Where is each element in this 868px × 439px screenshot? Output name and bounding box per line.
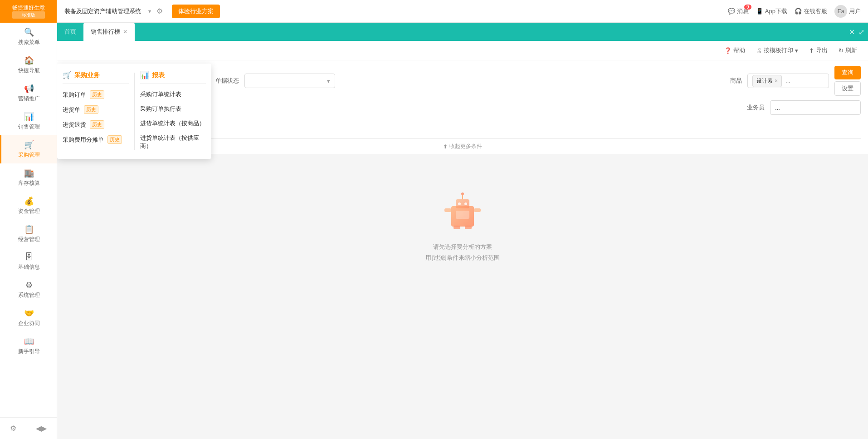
dropdown-item-goods-return[interactable]: 进货退货 历史	[63, 117, 129, 132]
history-badge-goods-return: 历史	[90, 120, 104, 129]
dropdown-item-purchase-expense[interactable]: 采购费用分摊单 历史	[63, 132, 129, 147]
print-dropdown-icon[interactable]: ▾	[795, 47, 798, 54]
dropdown-col-report: 📊 报表 采购订单统计表 采购订单执行表 进货单统计表（按商品）	[135, 69, 212, 153]
sidebar-icon-11: 📖	[24, 336, 34, 346]
sidebar-item-5[interactable]: 🏬库存核算	[0, 163, 57, 192]
sidebar-label-11: 新手引导	[18, 348, 40, 355]
svg-point-5	[461, 192, 464, 195]
sidebar-label-7: 经营管理	[18, 236, 40, 243]
tab-home[interactable]: 首页	[57, 23, 83, 41]
query-btn[interactable]: 查询	[834, 66, 861, 79]
settings-btn[interactable]: 设置	[834, 81, 861, 96]
sidebar-item-6[interactable]: 💰资金管理	[0, 192, 57, 220]
doc-status-label: 单据状态	[215, 77, 239, 85]
sidebar-label-1: 快捷导航	[18, 67, 40, 74]
sidebar-label-6: 资金管理	[18, 207, 40, 215]
collapse-sidebar-icon[interactable]: ◀▶	[34, 422, 49, 434]
settings-icon[interactable]: ⚙	[8, 422, 18, 434]
sidebar-item-10[interactable]: 🤝企业协同	[0, 304, 57, 332]
salesperson-more-icon[interactable]: ...	[775, 104, 780, 111]
notification-btn[interactable]: 💬 9 消息	[728, 7, 749, 15]
refresh-icon: ↻	[839, 47, 844, 54]
empty-tip-1: 请先选择要分析的方案	[433, 243, 492, 251]
tab-resize-icon[interactable]: ⤢	[858, 28, 864, 36]
tab-sales-ranking[interactable]: 销售排行榜 ✕	[83, 23, 135, 41]
help-icon: ❓	[724, 47, 731, 54]
help-btn[interactable]: ❓ 帮助	[721, 44, 749, 56]
avatar: Ea	[834, 5, 847, 18]
industry-btn[interactable]: 体验行业方案	[172, 5, 220, 18]
dropdown-purchase-title: 🛒 采购业务	[63, 69, 129, 84]
purchase-icon: 🛒	[63, 71, 72, 79]
sidebar-icon-4: 🛒	[24, 140, 34, 150]
sidebar-icon-7: 📋	[24, 224, 34, 234]
sidebar-label-5: 库存核算	[18, 179, 40, 187]
goods-more-icon[interactable]: ...	[785, 78, 790, 84]
dropdown-report-title: 📊 报表	[140, 69, 206, 84]
salesperson-select[interactable]: ...	[770, 100, 861, 115]
goods-label: 商品	[730, 77, 742, 85]
system-title-dropdown-icon[interactable]: ▾	[148, 8, 151, 15]
sidebar-item-3[interactable]: 📊销售管理	[0, 107, 57, 135]
sidebar-item-4[interactable]: 🛒采购管理	[0, 135, 57, 163]
dropdown-menu: 🛒 采购业务 采购订单 历史 进货单 历史 进货退货	[57, 64, 211, 159]
history-badge-goods-receipt: 历史	[84, 105, 98, 114]
tab-close-all-icon[interactable]: ✕	[849, 28, 855, 36]
export-icon: ⬆	[809, 47, 814, 54]
sidebar-item-7[interactable]: 📋经营管理	[0, 220, 57, 248]
print-icon: 🖨	[756, 47, 762, 54]
content-area: ❓ 帮助 🖨 按模板打印 ▾ ⬆ 导出 ↻ 刷新	[57, 41, 868, 439]
salesperson-label: 业务员	[747, 104, 765, 112]
svg-rect-9	[465, 226, 472, 229]
export-btn[interactable]: ⬆ 导出	[805, 44, 831, 56]
sidebar-icon-1: 🏠	[24, 55, 34, 65]
report-icon: 📊	[140, 71, 149, 79]
print-btn[interactable]: 🖨 按模板打印 ▾	[752, 44, 802, 56]
notification-bell-icon: 💬	[728, 8, 735, 15]
sidebar-item-2[interactable]: 📢营销推广	[0, 79, 57, 107]
sidebar-item-0[interactable]: 🔍搜索菜单	[0, 23, 57, 51]
tab-home-label: 首页	[64, 28, 76, 36]
sidebar-item-1[interactable]: 🏠快捷导航	[0, 51, 57, 79]
dropdown-item-purchase-order-exec[interactable]: 采购订单执行表	[140, 102, 206, 116]
online-service-btn[interactable]: 🎧 在线客服	[795, 7, 827, 15]
dropdown-columns: 🛒 采购业务 采购订单 历史 进货单 历史 进货退货	[57, 69, 211, 153]
logo-badge: 标准版	[12, 11, 45, 19]
svg-point-2	[458, 202, 461, 205]
sidebar-label-4: 采购管理	[18, 151, 40, 159]
sidebar-icon-2: 📢	[24, 84, 34, 94]
dropdown-item-purchase-order[interactable]: 采购订单 历史	[63, 87, 129, 102]
dropdown-item-goods-receipt[interactable]: 进货单 历史	[63, 102, 129, 117]
notification-count: 9	[744, 5, 751, 10]
svg-rect-8	[454, 226, 460, 229]
doc-status-arrow-icon: ▾	[327, 78, 330, 84]
settings-icon[interactable]: ⚙	[156, 7, 163, 15]
svg-point-3	[464, 202, 467, 205]
topbar-right: 💬 9 消息 📱 App下载 🎧 在线客服 Ea 用户	[728, 5, 861, 18]
sidebar-icon-6: 💰	[24, 196, 34, 206]
refresh-btn[interactable]: ↻ 刷新	[835, 44, 861, 56]
goods-select[interactable]: 设计素 × ...	[747, 74, 829, 88]
main-area: 装备及固定资产辅助管理系统 ▾ ⚙ 体验行业方案 💬 9 消息 📱 App下载 …	[57, 0, 868, 439]
sidebar-icon-0: 🔍	[24, 27, 34, 37]
phone-icon: 📱	[756, 8, 763, 15]
tab-close-icon[interactable]: ✕	[123, 29, 127, 35]
sidebar-label-0: 搜索菜单	[18, 39, 40, 46]
goods-tag-close-icon[interactable]: ×	[775, 78, 778, 84]
sidebar-item-9[interactable]: ⚙系统管理	[0, 276, 57, 304]
empty-tip-2: 用[过滤]条件来缩小分析范围	[425, 254, 499, 262]
user-avatar-btn[interactable]: Ea 用户	[834, 5, 861, 18]
goods-tag-value: 设计素	[756, 77, 773, 85]
sidebar-item-8[interactable]: 🗄基础信息	[0, 248, 57, 276]
sidebar-item-11[interactable]: 📖新手引导	[0, 332, 57, 360]
dropdown-item-purchase-order-stats[interactable]: 采购订单统计表	[140, 87, 206, 102]
collapse-icon: ⬆	[443, 143, 448, 150]
app-download-btn[interactable]: 📱 App下载	[756, 7, 787, 15]
doc-status-select[interactable]: ▾	[244, 74, 335, 88]
sidebar-icon-5: 🏬	[24, 168, 34, 178]
logo-text: 畅捷通好生意	[12, 4, 45, 12]
dropdown-item-receipt-stats-supplier[interactable]: 进货单统计表（按供应商）	[140, 131, 206, 153]
svg-rect-6	[444, 208, 451, 212]
svg-rect-1	[456, 199, 469, 208]
dropdown-item-receipt-stats-goods[interactable]: 进货单统计表（按商品）	[140, 116, 206, 131]
